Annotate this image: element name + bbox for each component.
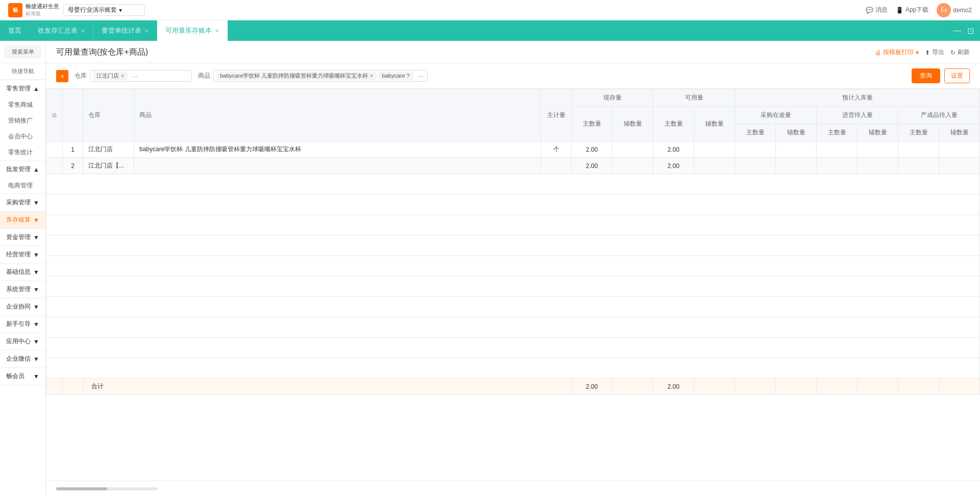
close-order-tab[interactable]: ✕: [144, 28, 149, 34]
summary-gear: [46, 379, 63, 395]
product-filter-group: 商品 babycare学饮杯 儿童防摔防撞吸管杯重力球吸嘴杯宝宝水杯 ✕ bab…: [198, 70, 428, 82]
logo-area: 畅 畅捷通好生意 标准版: [8, 3, 59, 17]
tab-available[interactable]: 可用量库存账本 ✕: [157, 20, 228, 41]
expand-filter-btn[interactable]: »: [56, 70, 68, 82]
data-table: ⚙ 仓库 商品 主计量 现存量 可用量 预计入库量 主数量 辅数量 主数量: [46, 89, 980, 395]
sidebar-section-wechat: 企业微信 ▼: [0, 350, 45, 368]
summary-production-main: [898, 379, 939, 395]
cell-incoming-aux-2: [857, 158, 898, 174]
quick-nav-btn[interactable]: 快捷导航: [0, 63, 45, 80]
cell-current-aux-2: [612, 158, 653, 174]
message-icon: 💬: [866, 7, 873, 14]
sidebar-section-header-system[interactable]: 系统管理 ▼: [0, 281, 45, 298]
message-btn[interactable]: 💬 消息: [866, 6, 888, 14]
scrollbar-thumb[interactable]: [56, 487, 107, 490]
th-warehouse: 仓库: [83, 89, 134, 141]
cell-purchase-aux-1: [776, 141, 817, 158]
top-bar: 畅 畅捷通好生意 标准版 母婴行业演示账套 ▾ 💬 消息 📱 App下载 Ea …: [0, 0, 980, 20]
user-menu[interactable]: Ea demo2: [937, 3, 972, 17]
content-area: 可用量查询(按仓库+商品) 🖨 按模板打印 ▾ ⬆ 导出 ↻ 刷新: [46, 41, 980, 496]
sidebar-section-header-wholesale[interactable]: 批发管理 ▲: [0, 161, 45, 178]
chevron-icon-newuser: ▼: [33, 321, 39, 328]
empty-row: [46, 276, 980, 297]
print-icon: 🖨: [875, 49, 881, 56]
chevron-down-icon: ▾: [119, 7, 122, 14]
summary-incoming-main: [817, 379, 857, 395]
close-collect-tab[interactable]: ✕: [81, 28, 85, 34]
tab-collect[interactable]: 收发存汇总表 ✕: [30, 20, 93, 41]
sidebar-item-retail-mall[interactable]: 零售商城: [0, 97, 45, 113]
cell-production-aux-1: [939, 141, 980, 158]
cell-incoming-aux-1: [857, 141, 898, 158]
filter-bar: » 仓库 江北门店 ✕ ··· 商品 babycare学饮杯 儿童防摔防撞吸管杯…: [46, 63, 980, 89]
th-incoming-main: 主数量: [817, 124, 857, 141]
sidebar-section-header-appcenter[interactable]: 应用中心 ▼: [0, 333, 45, 350]
warehouse-filter-input[interactable]: 江北门店 ✕ ···: [90, 70, 192, 82]
cell-available-aux-2: [694, 158, 735, 174]
remove-warehouse-tag[interactable]: ✕: [120, 73, 125, 79]
th-available: 可用量: [653, 89, 735, 107]
sidebar-section-basic: 基础信息 ▼: [0, 264, 45, 281]
cell-unit-2: [541, 158, 572, 174]
gear-icon[interactable]: ⚙: [52, 112, 57, 119]
logo-icon: 畅: [8, 3, 22, 17]
empty-row: [46, 235, 980, 256]
sidebar-item-marketing[interactable]: 营销推广: [0, 113, 45, 129]
sidebar-section-header-vip[interactable]: 畅会员 ▼: [0, 368, 45, 385]
sidebar-section-header-basic[interactable]: 基础信息 ▼: [0, 264, 45, 280]
sidebar-section-header-retail[interactable]: 零售管理 ▲: [0, 80, 45, 97]
cell-num-2: 2: [63, 158, 83, 174]
cell-product-2: [134, 158, 541, 174]
tab-order[interactable]: 要货单统计表 ✕: [93, 20, 157, 41]
industry-select[interactable]: 母婴行业演示账套 ▾: [63, 4, 145, 16]
settings-btn[interactable]: 设置: [944, 68, 970, 83]
cell-product-1: babycare学饮杯 儿童防摔防撞吸管杯重力球吸嘴杯宝宝水杯: [134, 141, 541, 158]
cell-current-main-2: 2.00: [572, 158, 612, 174]
th-purchase-main: 主数量: [735, 124, 776, 141]
cell-purchase-main-2: [735, 158, 776, 174]
th-current-aux: 辅数量: [612, 107, 653, 141]
cell-production-main-2: [898, 158, 939, 174]
summary-available-aux: [694, 379, 735, 395]
sidebar: 搜索菜单 快捷导航 零售管理 ▲ 零售商城 营销推广 会员中心 零售统计 批发管…: [0, 41, 46, 496]
minimize-btn[interactable]: —: [951, 24, 963, 37]
refresh-btn[interactable]: ↻ 刷新: [950, 48, 970, 57]
warehouse-dots[interactable]: ···: [132, 72, 138, 80]
sidebar-item-member[interactable]: 会员中心: [0, 129, 45, 145]
app-download-btn[interactable]: 📱 App下载: [896, 6, 928, 14]
sidebar-section-header-inventory[interactable]: 库存核算 ▼: [0, 211, 45, 228]
th-num: [63, 89, 83, 141]
sidebar-section-retail: 零售管理 ▲ 零售商城 营销推广 会员中心 零售统计: [0, 80, 45, 161]
export-btn[interactable]: ⬆ 导出: [925, 48, 944, 57]
export-icon: ⬆: [925, 49, 930, 56]
product-dots[interactable]: ···: [418, 72, 424, 80]
template-print-btn[interactable]: 🖨 按模板打印 ▾: [875, 48, 919, 57]
empty-row: [46, 297, 980, 317]
product-filter-input[interactable]: babycare学饮杯 儿童防摔防撞吸管杯重力球吸嘴杯宝宝水杯 ✕ babyca…: [213, 70, 428, 82]
remove-product-tag-1[interactable]: ✕: [370, 73, 374, 79]
restore-btn[interactable]: ⊡: [965, 24, 976, 38]
table-row: 1 江北门店 babycare学饮杯 儿童防摔防撞吸管杯重力球吸嘴杯宝宝水杯 个…: [46, 141, 980, 158]
table-header-row-1: ⚙ 仓库 商品 主计量 现存量 可用量 预计入库量: [46, 89, 980, 107]
sidebar-section-header-enterprise[interactable]: 企业协同 ▼: [0, 298, 45, 315]
sidebar-section-inventory: 库存核算 ▼: [0, 211, 45, 229]
query-btn[interactable]: 查询: [912, 68, 940, 83]
filter-actions: 查询 设置: [912, 68, 970, 83]
sidebar-section-purchase: 采购管理 ▼: [0, 194, 45, 211]
sidebar-section-header-finance[interactable]: 资金管理 ▼: [0, 229, 45, 246]
sidebar-section-header-purchase[interactable]: 采购管理 ▼: [0, 194, 45, 211]
sidebar-section-header-wechat[interactable]: 企业微信 ▼: [0, 350, 45, 367]
scrollbar-track[interactable]: [56, 487, 158, 490]
summary-current-aux: [612, 379, 653, 395]
th-available-main: 主数量: [653, 107, 694, 141]
close-available-tab[interactable]: ✕: [215, 28, 219, 34]
sidebar-section-header-newuser[interactable]: 新手引导 ▼: [0, 316, 45, 333]
sidebar-section-header-operations[interactable]: 经营管理 ▼: [0, 246, 45, 263]
th-production-aux: 辅数量: [939, 124, 980, 141]
app-sub: 标准版: [26, 10, 59, 17]
search-menu-btn[interactable]: 搜索菜单: [4, 45, 41, 59]
th-available-aux: 辅数量: [694, 107, 735, 141]
tab-home[interactable]: 首页: [0, 20, 30, 41]
sidebar-item-retail-stats[interactable]: 零售统计: [0, 145, 45, 160]
sidebar-item-ecommerce[interactable]: 电商管理: [0, 178, 45, 194]
